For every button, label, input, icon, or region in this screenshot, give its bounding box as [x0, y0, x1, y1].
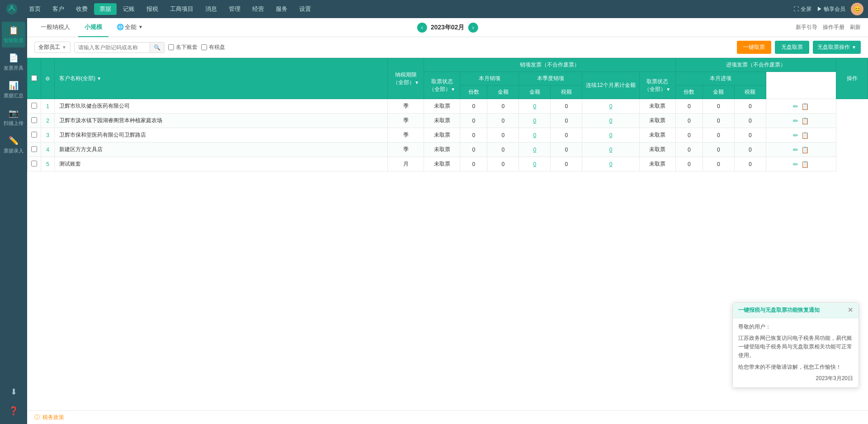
row-edit-icon-2[interactable]: ✏: [793, 132, 798, 139]
sidebar-item-invoice-summary-label: 票据汇总: [4, 92, 24, 99]
row-cancel-amount-q-0: 0: [519, 99, 551, 114]
sidebar-item-invoice-entry[interactable]: ✏️ 票据录入: [2, 132, 25, 158]
refresh-button[interactable]: 刷新: [850, 24, 861, 31]
row-period-3: 季: [388, 143, 424, 157]
row-edit-icon-4[interactable]: ✏: [793, 161, 798, 168]
nav-fee[interactable]: 收费: [71, 3, 93, 15]
row-cancel-amount-q-3: 0: [519, 143, 551, 157]
row-cancel-amount-0: 0: [487, 99, 519, 114]
row-checkbox-3[interactable]: [31, 146, 37, 152]
sidebar-item-download[interactable]: ⬇: [2, 383, 25, 400]
one-click-fetch-button[interactable]: 一键取票: [737, 41, 771, 54]
nav-customer[interactable]: 客户: [47, 3, 70, 15]
row-checkbox-4[interactable]: [31, 161, 37, 167]
sub-tabs-list: 一般纳税人 小规模 🌐 全能 ▼: [34, 18, 151, 37]
nav-home[interactable]: 首页: [24, 3, 46, 15]
row-cancel-tax-q-4: 0: [551, 157, 582, 172]
row-cancel-amount-q-1: 0: [519, 114, 551, 128]
toolbar-left: 全部员工 ▼ 🔍 名下账套 有税盘: [34, 42, 732, 53]
employee-select-label: 全部员工: [38, 43, 60, 51]
th-settings: ⚙: [41, 58, 55, 99]
search-input[interactable]: [75, 43, 150, 52]
notification-header: 一键报税与无盘取票功能恢复通知 ✕: [733, 303, 859, 318]
row-cancel-shares-1: 0: [460, 114, 487, 128]
search-button[interactable]: 🔍: [150, 43, 164, 52]
nav-operation[interactable]: 经营: [247, 3, 269, 15]
row-input-shares-3: 0: [675, 143, 703, 157]
sidebar-item-scan-upload-label: 扫描上传: [4, 120, 24, 127]
nav-service[interactable]: 服务: [270, 3, 293, 15]
tab-small-scale[interactable]: 小规模: [78, 18, 108, 37]
download-icon: ⬇: [10, 387, 17, 397]
search-box: 🔍: [74, 42, 165, 53]
taxdisk-checkbox-label[interactable]: 有税盘: [201, 43, 225, 51]
sidebar-item-invoice-summary[interactable]: 📊 票据汇总: [2, 77, 25, 103]
nav-manage[interactable]: 管理: [223, 3, 246, 15]
nav-account[interactable]: 记账: [118, 3, 140, 15]
row-checkbox-0[interactable]: [31, 103, 37, 109]
user-avatar[interactable]: 😊: [851, 3, 863, 15]
nav-tax[interactable]: 报税: [141, 3, 164, 15]
period-prev-button[interactable]: ‹: [417, 23, 427, 33]
row-edit-icon-1[interactable]: ✏: [793, 117, 798, 124]
diskless-operation-label: 无盘取票操作: [817, 43, 850, 51]
row-view-icon-3[interactable]: 📋: [801, 146, 809, 153]
notification-close-button[interactable]: ✕: [848, 306, 853, 314]
row-name-2: 卫辉市保和堂医药有限公司卫辉路店: [55, 128, 388, 143]
row-input-amount-2: 0: [703, 128, 734, 143]
row-cum-amount-0: 0: [582, 99, 639, 114]
diskless-operation-dropdown[interactable]: 无盘取票操作 ▼: [813, 41, 861, 54]
row-input-amount-1: 0: [703, 114, 734, 128]
underaccount-checkbox-text: 名下账套: [176, 43, 198, 51]
period-display: 2023年02月: [431, 24, 465, 32]
bottom-bar: ⓘ 税务政策: [27, 410, 868, 424]
notification-content: 江苏政务网已恢复访问电子税务局功能，易代账一键登陆电子税务局与无盘取票相关功能可…: [738, 334, 853, 360]
row-cancel-amount-1: 0: [487, 114, 519, 128]
sidebar-item-issue-invoice[interactable]: 📄 发票开具: [2, 49, 25, 75]
nav-ticket[interactable]: 票据: [94, 3, 117, 15]
sidebar-item-scan-upload[interactable]: 📷 扫描上传: [2, 105, 25, 130]
row-name-0: 卫辉市玖玖健合医药有限公司: [55, 99, 388, 114]
row-view-icon-0[interactable]: 📋: [801, 103, 809, 110]
th-input-shares: 份数: [675, 86, 703, 99]
row-checkbox-1[interactable]: [31, 117, 37, 123]
logo[interactable]: [5, 2, 19, 16]
row-cancel-tax-q-1: 0: [551, 114, 582, 128]
nav-settings[interactable]: 设置: [294, 3, 316, 15]
row-actions-0: ✏ 📋: [766, 99, 836, 114]
nav-business[interactable]: 工商项目: [165, 3, 199, 15]
tax-policy-link[interactable]: 税务政策: [42, 414, 64, 421]
diskless-fetch-button[interactable]: 无盘取票: [775, 41, 809, 54]
employee-select[interactable]: 全部员工 ▼: [34, 42, 71, 53]
nav-message[interactable]: 消息: [200, 3, 222, 15]
taxdisk-checkbox[interactable]: [201, 44, 207, 50]
tab-general-taxpayer[interactable]: 一般纳税人: [34, 18, 76, 37]
notification-greeting: 尊敬的用户：: [738, 323, 853, 331]
row-edit-icon-0[interactable]: ✏: [793, 103, 798, 110]
underaccount-checkbox[interactable]: [168, 44, 174, 50]
period-next-button[interactable]: ›: [468, 23, 478, 33]
row-checkbox-2[interactable]: [31, 132, 37, 138]
smart-ticket-icon: 📋: [9, 25, 19, 35]
row-cancel-status-1: 未取票: [424, 114, 460, 128]
sidebar-item-help[interactable]: ❓: [2, 402, 25, 419]
row-period-2: 季: [388, 128, 424, 143]
sidebar-item-smart-ticket[interactable]: 📋 智能取票: [2, 22, 25, 48]
row-cum-amount-4: 0: [582, 157, 639, 172]
row-view-icon-2[interactable]: 📋: [801, 132, 809, 139]
table-row: 3 卫辉市保和堂医药有限公司卫辉路店 季 未取票 0 0 0 0 0 未取票 0…: [28, 128, 868, 143]
fullscreen-button[interactable]: ⛶ 全屏: [793, 5, 811, 13]
underaccount-checkbox-label[interactable]: 名下账套: [168, 43, 198, 51]
notification-popup: 一键报税与无盘取票功能恢复通知 ✕ 尊敬的用户： 江苏政务网已恢复访问电子税务局…: [732, 302, 859, 388]
new-guide-button[interactable]: 新手引导: [796, 24, 817, 31]
manual-button[interactable]: 操作手册: [823, 24, 844, 31]
row-input-shares-0: 0: [675, 99, 703, 114]
vip-button[interactable]: ▶ 畅享会员: [817, 5, 845, 13]
sidebar: 📋 智能取票 📄 发票开具 📊 票据汇总 📷 扫描上传 ✏️ 票据录入 ⬇ ❓: [0, 18, 27, 424]
select-all-checkbox[interactable]: [31, 75, 37, 81]
row-edit-icon-3[interactable]: ✏: [793, 146, 798, 153]
row-view-icon-4[interactable]: 📋: [801, 161, 809, 168]
row-num-3: 4: [41, 143, 55, 157]
tab-all[interactable]: 🌐 全能 ▼: [110, 18, 149, 37]
row-view-icon-1[interactable]: 📋: [801, 117, 809, 124]
